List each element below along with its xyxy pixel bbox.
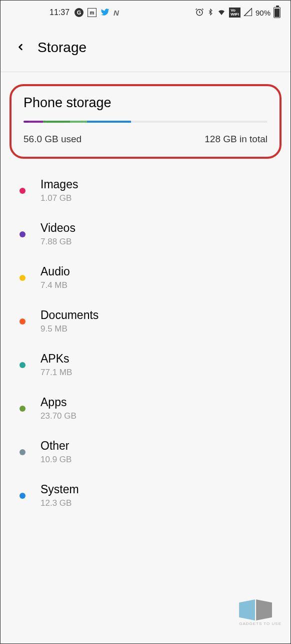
category-name: APKs xyxy=(40,352,72,366)
twitter-icon xyxy=(100,8,110,18)
n-icon: N xyxy=(114,9,119,17)
category-name: Apps xyxy=(40,396,76,409)
category-dot-icon xyxy=(20,275,26,281)
vowifi-icon: VoWiFi xyxy=(229,8,240,18)
back-button[interactable] xyxy=(16,40,26,56)
category-size: 10.9 GB xyxy=(40,455,72,465)
category-dot-icon xyxy=(20,449,26,455)
status-notification-icons: G m N xyxy=(74,8,119,18)
category-name: Documents xyxy=(40,308,98,322)
category-item-apks[interactable]: APKs77.1 MB xyxy=(0,343,290,387)
page-title: Storage xyxy=(38,40,86,56)
category-dot-icon xyxy=(20,318,26,325)
category-name: Audio xyxy=(40,265,70,278)
category-size: 12.3 GB xyxy=(40,498,79,508)
category-item-videos[interactable]: Videos7.88 GB xyxy=(0,212,290,256)
category-dot-icon xyxy=(20,406,26,412)
category-item-other[interactable]: Other10.9 GB xyxy=(0,430,290,474)
category-name: System xyxy=(40,483,79,496)
category-dot-icon xyxy=(20,493,26,499)
category-name: Videos xyxy=(40,221,76,235)
category-dot-icon xyxy=(20,362,26,368)
category-size: 9.5 MB xyxy=(40,324,98,334)
category-dot-icon xyxy=(20,188,26,194)
category-name: Images xyxy=(40,178,78,191)
battery-percent: 90% xyxy=(256,9,270,17)
category-size: 1.07 GB xyxy=(40,193,78,203)
watermark-text: GADGETS TO USE xyxy=(239,621,282,626)
m-icon: m xyxy=(88,8,96,17)
storage-total-label: 128 GB in total xyxy=(204,134,268,145)
status-time: 11:37 xyxy=(50,8,70,17)
page-header: Storage xyxy=(0,25,290,72)
category-size: 7.4 MB xyxy=(40,280,70,290)
storage-stats: 56.0 GB used 128 GB in total xyxy=(24,134,268,145)
storage-progress-bar xyxy=(24,121,268,123)
category-item-documents[interactable]: Documents9.5 MB xyxy=(0,299,290,343)
status-bar: 11:37 G m N VoWiFi 90% xyxy=(0,1,290,25)
category-item-apps[interactable]: Apps23.70 GB xyxy=(0,387,290,430)
category-name: Other xyxy=(40,439,72,453)
category-size: 23.70 GB xyxy=(40,411,76,421)
wifi-icon xyxy=(217,8,226,18)
battery-icon xyxy=(274,7,280,18)
bluetooth-icon xyxy=(207,8,214,18)
storage-used-label: 56.0 GB used xyxy=(24,134,82,145)
google-icon: G xyxy=(74,8,84,17)
category-item-system[interactable]: System12.3 GB xyxy=(0,474,290,517)
phone-storage-title: Phone storage xyxy=(24,95,268,111)
category-item-audio[interactable]: Audio7.4 MB xyxy=(0,256,290,299)
category-dot-icon xyxy=(20,231,26,237)
category-size: 7.88 GB xyxy=(40,237,76,247)
storage-category-list: Images1.07 GBVideos7.88 GBAudio7.4 MBDoc… xyxy=(0,163,290,523)
alarm-icon xyxy=(195,8,204,18)
category-item-images[interactable]: Images1.07 GB xyxy=(0,169,290,212)
phone-storage-card[interactable]: Phone storage 56.0 GB used 128 GB in tot… xyxy=(10,84,282,159)
watermark: GADGETS TO USE xyxy=(239,599,282,626)
status-system-icons: VoWiFi 90% xyxy=(195,7,280,18)
signal-icon xyxy=(244,8,252,18)
category-size: 77.1 MB xyxy=(40,368,72,378)
